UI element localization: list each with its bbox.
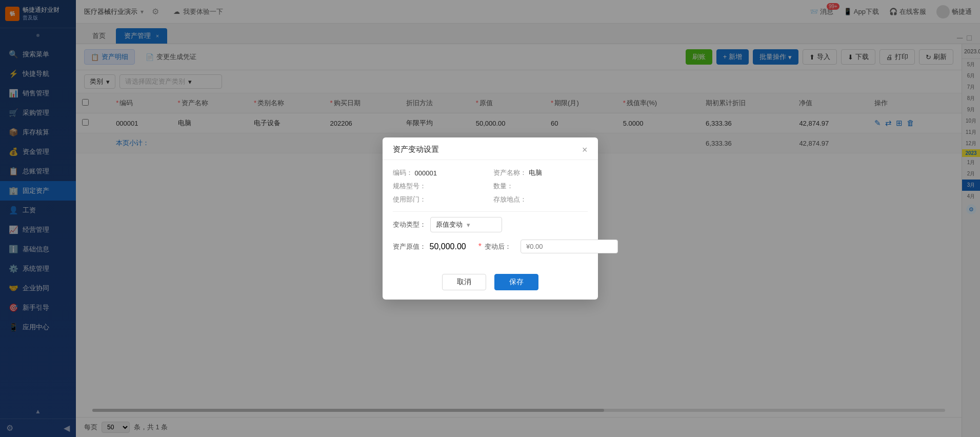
after-change-label: 变动后：: [485, 242, 517, 251]
dialog-info-grid: 编码： 000001 资产名称： 电脑 规格型号： 数量： 使用部门：: [393, 168, 588, 204]
dialog-header: 资产变动设置 ×: [383, 137, 598, 160]
after-change-star: *: [478, 242, 482, 251]
dialog-quantity-field: 数量：: [493, 182, 588, 191]
cancel-button[interactable]: 取消: [442, 274, 486, 290]
change-type-label: 变动类型：: [393, 220, 426, 229]
save-button[interactable]: 保存: [494, 274, 538, 290]
dialog-code-field: 编码： 000001: [393, 168, 487, 177]
quantity-label: 数量：: [493, 182, 513, 191]
location-label: 存放地点：: [493, 195, 527, 204]
asset-value-row: 资产原值： 50,000.00 * 变动后：: [393, 240, 588, 253]
change-type-value: 原值变动: [436, 220, 463, 229]
dialog-location-field: 存放地点：: [493, 195, 588, 204]
change-type-arrow: ▾: [467, 221, 470, 229]
change-type-row: 变动类型： 原值变动 ▾: [393, 217, 588, 232]
dialog-overlay: 资产变动设置 × 编码： 000001 资产名称： 电脑 规格型号： 数量：: [0, 0, 980, 437]
dialog-dept-field: 使用部门：: [393, 195, 487, 204]
dialog-close-button[interactable]: ×: [582, 145, 588, 154]
dept-label: 使用部门：: [393, 195, 426, 204]
dialog-footer: 取消 保存: [383, 269, 598, 300]
change-type-select[interactable]: 原值变动 ▾: [430, 217, 502, 232]
after-change-input[interactable]: [521, 240, 618, 253]
dialog-title: 资产变动设置: [393, 145, 439, 154]
spec-label: 规格型号：: [393, 182, 426, 191]
dialog-divider: [393, 211, 588, 212]
asset-value-value: 50,000.00: [430, 242, 466, 251]
dialog-body: 编码： 000001 资产名称： 电脑 规格型号： 数量： 使用部门：: [383, 160, 598, 269]
code-value: 000001: [415, 169, 437, 177]
name-label: 资产名称：: [493, 168, 527, 177]
name-value: 电脑: [529, 168, 542, 177]
asset-change-dialog: 资产变动设置 × 编码： 000001 资产名称： 电脑 规格型号： 数量：: [383, 137, 598, 300]
dialog-name-field: 资产名称： 电脑: [493, 168, 588, 177]
asset-value-label: 资产原值：: [393, 242, 426, 251]
dialog-spec-field: 规格型号：: [393, 182, 487, 191]
code-label: 编码：: [393, 168, 413, 177]
